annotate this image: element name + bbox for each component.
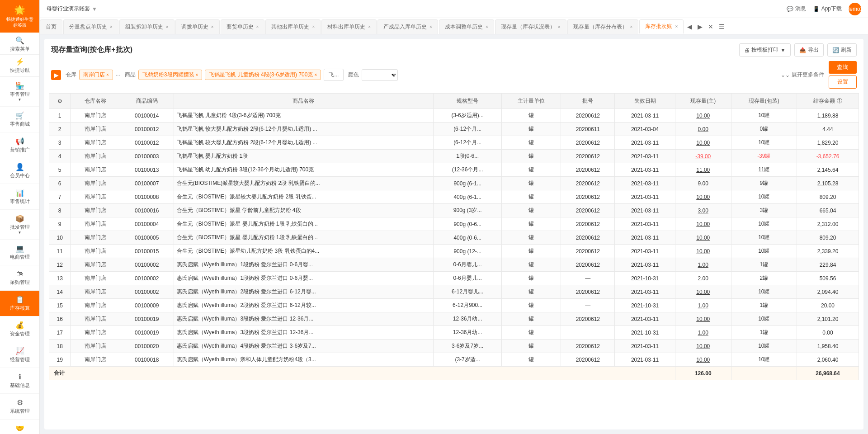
cell-qty-pkg: 9罐 bbox=[731, 177, 797, 190]
tab-material-out-history[interactable]: 材料出库单历史 × bbox=[321, 19, 377, 34]
cell-qty-main[interactable]: 1.00 bbox=[675, 299, 731, 312]
breadcrumb[interactable]: 母婴行业演示账套 ▼ bbox=[47, 5, 97, 13]
search-button[interactable]: 查询 bbox=[829, 61, 857, 74]
tab-label: 成本调整单历史 bbox=[445, 23, 483, 31]
tab-stock-status[interactable]: 现存量（库存状况表） × bbox=[495, 19, 566, 34]
settings-icon[interactable]: ⚙ bbox=[57, 98, 62, 104]
cell-qty-main[interactable]: 10.00 bbox=[675, 190, 731, 204]
cell-batch: 20200612 bbox=[561, 109, 615, 123]
close-icon[interactable]: × bbox=[429, 24, 432, 29]
cell-qty-main[interactable]: 10.00 bbox=[675, 340, 731, 353]
tab-inventory-count-history[interactable]: 分量盘点单历史 × bbox=[63, 19, 118, 34]
cell-code: 00100018 bbox=[120, 353, 174, 367]
cell-unit: 罐 bbox=[502, 312, 561, 326]
tab-order-history[interactable]: 要货单历史 × bbox=[221, 19, 265, 34]
tab-assemble-history[interactable]: 组装拆卸单历史 × bbox=[119, 19, 175, 34]
cell-qty-main[interactable]: 2.00 bbox=[675, 272, 731, 285]
cell-qty-main[interactable]: 10.00 bbox=[675, 312, 731, 326]
close-icon[interactable]: × bbox=[110, 24, 113, 29]
sidebar-item-wholesale[interactable]: 📦 批发管理 ▼ bbox=[0, 210, 39, 240]
cell-qty-main[interactable]: 1.00 bbox=[675, 326, 731, 340]
sidebar-item-finance[interactable]: 💰 资金管理 bbox=[0, 316, 39, 342]
sidebar-item-collab[interactable]: 🤝 企业协同 bbox=[0, 420, 39, 434]
message-button[interactable]: 💬 消息 bbox=[787, 5, 806, 13]
sidebar-item-online-store[interactable]: 🛒 零售商城 bbox=[0, 107, 39, 132]
expand-more-button[interactable]: ⌄⌄ 展开更多条件 bbox=[781, 71, 824, 79]
sidebar-item-inventory[interactable]: 📋 库存核算 bbox=[0, 291, 39, 316]
cell-qty-main[interactable]: 11.00 bbox=[675, 163, 731, 177]
close-icon[interactable]: × bbox=[166, 24, 169, 29]
cell-qty-main[interactable]: 10.00 bbox=[675, 285, 731, 299]
close-icon[interactable]: × bbox=[675, 24, 678, 29]
tab-prev-button[interactable]: ◀ bbox=[684, 19, 695, 34]
cell-expire: 2021-03-11 bbox=[615, 245, 675, 258]
cell-qty-main[interactable]: 9.00 bbox=[675, 177, 731, 190]
cell-qty-main[interactable]: -39.00 bbox=[675, 150, 731, 163]
sidebar-item-retail-mgmt[interactable]: 🏪 零售管理 ▼ bbox=[0, 77, 39, 107]
cell-qty-main[interactable]: 10.00 bbox=[675, 136, 731, 150]
tab-home[interactable]: 首页 bbox=[40, 19, 62, 34]
cell-warehouse: 南岸门店 bbox=[71, 109, 120, 123]
cell-spec: 900g (3岁... bbox=[433, 204, 501, 217]
cell-code: 00100008 bbox=[120, 190, 174, 204]
tab-menu-button[interactable]: ☰ bbox=[716, 19, 727, 34]
tab-stock-batch[interactable]: 库存批次账 × bbox=[639, 19, 684, 34]
product-tag-2[interactable]: 飞鹤星飞帆 儿童奶粉 4段(3-6岁适用) 700克 × bbox=[205, 70, 321, 80]
tab-other-out-history[interactable]: 其他出库单历史 × bbox=[265, 19, 321, 34]
close-icon[interactable]: × bbox=[256, 24, 259, 29]
cell-qty-main[interactable]: 10.00 bbox=[675, 109, 731, 123]
sidebar-item-marketing[interactable]: 📢 营销推广 bbox=[0, 132, 39, 158]
close-icon[interactable]: × bbox=[211, 24, 214, 29]
shortcut-area[interactable]: ⚡ 快捷导航 bbox=[0, 55, 39, 77]
warehouse-tag-close[interactable]: × bbox=[106, 72, 109, 77]
sidebar-item-operations[interactable]: 📈 经营管理 bbox=[0, 342, 39, 368]
template-print-button[interactable]: 🖨 按模板打印 ▼ bbox=[739, 43, 791, 57]
cell-no: 15 bbox=[49, 299, 71, 312]
close-icon[interactable]: × bbox=[558, 24, 561, 29]
sidebar-item-ecommerce[interactable]: 💻 电商管理 bbox=[0, 240, 39, 265]
table-container[interactable]: ⚙ 仓库名称 商品编码 商品名称 规格型号 主计量单位 批号 失效日期 现存量(… bbox=[44, 93, 863, 429]
cell-no: 19 bbox=[49, 353, 71, 367]
close-icon[interactable]: × bbox=[368, 24, 371, 29]
sidebar-item-system[interactable]: ⚙ 系统管理 bbox=[0, 394, 39, 420]
close-icon[interactable]: × bbox=[486, 24, 488, 29]
tab-cost-adjust-history[interactable]: 成本调整单历史 × bbox=[439, 19, 494, 34]
product-tag-1-close[interactable]: × bbox=[196, 72, 198, 77]
sidebar-item-purchase[interactable]: 🛍 采购管理 bbox=[0, 265, 39, 291]
product-tag-2-close[interactable]: × bbox=[314, 72, 317, 77]
app-download-button[interactable]: 📱 App下载 bbox=[813, 5, 842, 13]
cell-qty-main[interactable]: 1.00 bbox=[675, 258, 731, 272]
table-row: 6 南岸门店 00100007 合生元(BIOSTIME)派星较大婴儿配方奶粉 … bbox=[49, 177, 859, 190]
expand-filter-button[interactable]: ▶ bbox=[51, 70, 61, 80]
sidebar-item-members[interactable]: 👤 会员中心 bbox=[0, 158, 39, 184]
cell-batch: 20200611 bbox=[561, 123, 615, 136]
export-button[interactable]: 📤 导出 bbox=[794, 43, 824, 57]
refresh-button[interactable]: 🔄 刷新 bbox=[827, 43, 857, 57]
cell-qty-main[interactable]: 10.00 bbox=[675, 231, 731, 245]
logo[interactable]: 🌟 畅捷通好生意 标签版 bbox=[0, 0, 39, 33]
cell-batch: 20200612 bbox=[561, 217, 615, 231]
tab-stock-distribution[interactable]: 现存量（库存分布表） × bbox=[567, 19, 639, 34]
settings-button[interactable]: 设置 bbox=[829, 75, 857, 89]
tab-transfer-history[interactable]: 调拨单历史 × bbox=[175, 19, 220, 34]
product-tag-1[interactable]: 飞鹤奶粉3段丙罐摆装 × bbox=[138, 70, 203, 80]
close-icon[interactable]: × bbox=[312, 24, 315, 29]
cell-unit: 罐 bbox=[502, 231, 561, 245]
tab-product-in-history[interactable]: 产成品入库单历史 × bbox=[377, 19, 438, 34]
more-products-button[interactable]: 飞... bbox=[324, 69, 344, 81]
cell-qty-main[interactable]: 10.00 bbox=[675, 245, 731, 258]
close-icon[interactable]: × bbox=[630, 24, 633, 29]
table-row: 18 南岸门店 00100020 惠氏启赋（Wyeth illuma）4段奶粉 … bbox=[49, 340, 859, 353]
tab-close-button[interactable]: ✕ bbox=[705, 19, 716, 34]
search-area[interactable]: 🔍 搜索英单 bbox=[0, 33, 39, 55]
cell-warehouse: 南岸门店 bbox=[71, 340, 120, 353]
cell-qty-main[interactable]: 0.00 bbox=[675, 123, 731, 136]
sidebar-item-basics[interactable]: ℹ 基础信息 bbox=[0, 368, 39, 394]
avatar[interactable]: demo2 bbox=[849, 3, 861, 15]
tab-next-button[interactable]: ▶ bbox=[695, 19, 705, 34]
sidebar-item-retail-stats[interactable]: 📊 零售统计 bbox=[0, 184, 39, 210]
cell-qty-main[interactable]: 10.00 bbox=[675, 217, 731, 231]
warehouse-filter-tag[interactable]: 南岸门店 × bbox=[79, 70, 113, 80]
cell-qty-main[interactable]: 10.00 bbox=[675, 353, 731, 367]
cell-qty-main[interactable]: 3.00 bbox=[675, 204, 731, 217]
